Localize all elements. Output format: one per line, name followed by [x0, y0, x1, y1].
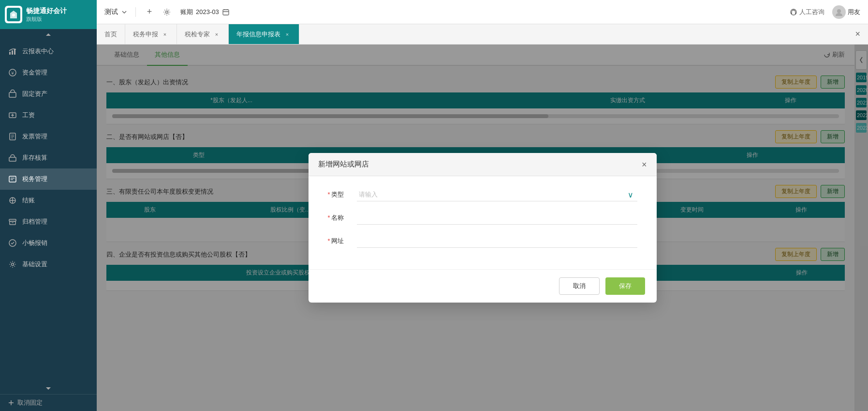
asset-icon: [8, 89, 17, 99]
tab-tax-declare-close[interactable]: ×: [161, 30, 169, 38]
tab-tax-declare-label: 税务申报: [133, 30, 158, 39]
topbar-settings-button[interactable]: [161, 6, 173, 18]
main-content: 测试 + 账期 2023-03: [97, 0, 868, 411]
sidebar-label-inventory: 库存核算: [22, 153, 47, 162]
sidebar-label-cloud-report: 云报表中心: [22, 47, 54, 56]
app-subtitle: 旗舰版: [26, 15, 67, 23]
modal-dialog: 新增网站或网店 × *类型 ∨: [309, 153, 657, 303]
modal-footer: 取消 保存: [309, 269, 657, 303]
sidebar-item-xiaochang[interactable]: 小畅报销: [0, 232, 97, 254]
fund-icon: ¥: [8, 68, 17, 77]
sidebar-label-salary: 工资: [22, 111, 35, 120]
sidebar-footer[interactable]: 取消固定: [0, 394, 97, 411]
sidebar-item-invoice[interactable]: 发票管理: [0, 126, 97, 147]
period-label: 账期: [180, 8, 193, 16]
app-title: 畅捷通好会计: [26, 6, 67, 15]
sidebar-label-fixed-assets: 固定资产: [22, 90, 47, 98]
modal-title: 新增网站或网店: [318, 160, 369, 169]
sidebar-item-settlement[interactable]: 结账: [0, 190, 97, 211]
sidebar-item-inventory[interactable]: 库存核算: [0, 147, 97, 168]
svg-rect-17: [223, 10, 229, 15]
sidebar-item-settings[interactable]: 基础设置: [0, 254, 97, 275]
cancel-button[interactable]: 取消: [559, 277, 600, 295]
tab-tax-declare[interactable]: 税务申报 ×: [125, 24, 177, 44]
modal-close-button[interactable]: ×: [642, 160, 647, 169]
settings-icon: [8, 259, 17, 269]
sidebar: 畅捷通好会计 旗舰版 云报表中心: [0, 0, 97, 411]
sidebar-item-fund[interactable]: ¥ 资金管理: [0, 62, 97, 83]
form-input-wrap-name: [357, 211, 637, 225]
form-row-type: *类型 ∨: [328, 188, 637, 201]
archive-icon: [8, 217, 17, 227]
form-label-type: *类型: [328, 190, 357, 199]
svg-rect-3: [14, 49, 15, 55]
company-name: 测试: [104, 8, 118, 16]
tab-tax-expert[interactable]: 税检专家 ×: [177, 24, 229, 44]
svg-rect-6: [9, 92, 16, 97]
form-row-url: *网址: [328, 234, 637, 248]
tab-bar: 首页 税务申报 × 税检专家 × 年报信息申报表 × ×: [97, 24, 868, 45]
svg-point-16: [166, 11, 168, 13]
sidebar-footer-label: 取消固定: [17, 398, 43, 407]
topbar: 测试 + 账期 2023-03: [97, 0, 868, 24]
svg-rect-9: [9, 157, 16, 161]
support-button[interactable]: 人工咨询: [790, 8, 824, 16]
sidebar-label-fund: 资金管理: [22, 68, 47, 77]
sidebar-scroll-down[interactable]: [0, 382, 97, 394]
modal-header: 新增网站或网店 ×: [309, 153, 657, 176]
sidebar-header: 畅捷通好会计 旗舰版: [0, 0, 97, 29]
tab-tax-expert-label: 税检专家: [185, 30, 210, 39]
invoice-icon: [8, 132, 17, 141]
modal-body: *类型 ∨ *名称: [309, 176, 657, 269]
tab-annual-report-close[interactable]: ×: [283, 30, 291, 38]
app-logo: [5, 6, 22, 23]
topbar-add-button[interactable]: +: [144, 6, 155, 18]
topbar-divider: [135, 7, 136, 17]
period-value: 2023-03: [196, 8, 219, 15]
sidebar-item-archive[interactable]: 归档管理: [0, 211, 97, 232]
settlement-icon: [8, 196, 17, 205]
topbar-company[interactable]: 测试: [104, 8, 128, 16]
user-label: 用友: [848, 8, 860, 16]
sidebar-label-xiaochang: 小畅报销: [22, 239, 47, 247]
modal-overlay: 新增网站或网店 × *类型 ∨: [97, 45, 868, 411]
form-label-url: *网址: [328, 237, 357, 245]
sidebar-item-tax[interactable]: 税务管理: [0, 168, 97, 190]
headset-icon: [790, 8, 797, 16]
svg-rect-1: [9, 52, 11, 55]
form-row-name: *名称: [328, 211, 637, 225]
calendar-icon: [222, 8, 230, 16]
svg-text:¥: ¥: [11, 71, 14, 76]
svg-point-0: [12, 14, 15, 16]
type-input[interactable]: [357, 188, 637, 201]
sidebar-item-salary[interactable]: 工资: [0, 105, 97, 126]
close-all-tabs-button[interactable]: ×: [847, 24, 868, 44]
svg-point-21: [837, 9, 841, 13]
chart-icon: [8, 46, 17, 56]
sidebar-label-settlement: 结账: [22, 196, 35, 205]
salary-icon: [8, 110, 17, 120]
sidebar-label-archive: 归档管理: [22, 217, 47, 226]
svg-rect-20: [795, 13, 796, 14]
tax-icon: [8, 174, 17, 184]
tab-tax-expert-close[interactable]: ×: [213, 30, 221, 38]
user-avatar: [832, 5, 846, 19]
topbar-period: 账期 2023-03: [180, 8, 230, 16]
sidebar-item-fixed-assets[interactable]: 固定资产: [0, 83, 97, 105]
topbar-right: 人工咨询 用友: [790, 5, 860, 19]
content-area: 基础信息 其他信息 刷新: [97, 45, 868, 411]
url-input[interactable]: [357, 234, 637, 248]
sidebar-label-tax: 税务管理: [22, 175, 47, 183]
xiaochang-icon: [8, 238, 17, 248]
tab-annual-report[interactable]: 年报信息申报表 ×: [229, 24, 299, 44]
tab-home[interactable]: 首页: [97, 24, 125, 44]
sidebar-nav: 云报表中心 ¥ 资金管理: [0, 41, 97, 382]
sidebar-item-cloud-report[interactable]: 云报表中心: [0, 41, 97, 62]
save-button[interactable]: 保存: [605, 277, 645, 295]
sidebar-label-invoice: 发票管理: [22, 132, 47, 141]
tab-home-label: 首页: [104, 30, 117, 39]
user-menu[interactable]: 用友: [832, 5, 860, 19]
support-label: 人工咨询: [799, 8, 824, 16]
sidebar-scroll-up[interactable]: [0, 29, 97, 41]
name-input[interactable]: [357, 211, 637, 225]
